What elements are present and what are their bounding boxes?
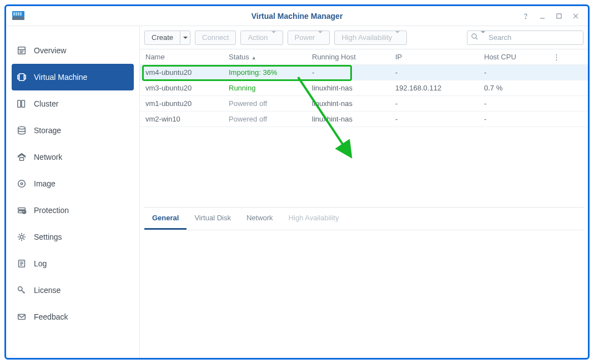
svg-rect-5 [20, 12, 22, 16]
cluster-icon [16, 98, 27, 109]
sidebar-item-virtual-machine[interactable]: Virtual Machine [12, 64, 134, 90]
log-icon [16, 258, 27, 269]
table-row[interactable]: vm4-ubuntu20 Importing: 36% - - - [140, 65, 588, 80]
sidebar: Overview Virtual Machine Cluster Storage… [6, 26, 139, 358]
tab-general[interactable]: General [144, 208, 187, 230]
cell-name: vm4-ubuntu20 [145, 68, 229, 77]
th-name[interactable]: Name [145, 53, 229, 61]
main-panel: Create Connect Action Power High Availab… [139, 26, 588, 358]
cell-host: linuxhint-nas [312, 115, 395, 123]
overview-icon [16, 45, 27, 56]
detail-tabs: General Virtual Disk Network High Availa… [144, 208, 583, 230]
search-input[interactable] [487, 33, 583, 42]
tab-high-availability[interactable]: High Availability [281, 208, 347, 230]
connect-button[interactable]: Connect [195, 31, 236, 45]
cell-name: vm1-ubuntu20 [145, 99, 229, 108]
network-icon [16, 151, 27, 163]
svg-point-23 [21, 183, 23, 185]
sidebar-item-label: Network [34, 153, 62, 161]
svg-rect-18 [18, 100, 21, 108]
sidebar-item-log[interactable]: Log [6, 250, 139, 277]
sidebar-item-storage[interactable]: Storage [6, 117, 139, 144]
chevron-down-icon [271, 33, 276, 42]
sidebar-item-settings[interactable]: Settings [6, 224, 139, 250]
chevron-down-icon[interactable] [180, 31, 190, 44]
sidebar-item-label: Virtual Machine [34, 73, 87, 82]
svg-rect-2 [13, 12, 15, 16]
storage-icon [16, 125, 27, 136]
tab-virtual-disk[interactable]: Virtual Disk [187, 208, 239, 230]
vm-table: Name Status▲ Running Host IP Host CPU ⋮ … [140, 49, 588, 127]
search-box[interactable] [467, 31, 583, 45]
content: Name Status▲ Running Host IP Host CPU ⋮ … [140, 49, 588, 358]
th-host-cpu[interactable]: Host CPU [484, 53, 551, 61]
svg-rect-19 [22, 100, 24, 108]
table-row[interactable]: vm3-ubuntu20 Running linuxhint-nas 192.1… [140, 80, 588, 96]
chevron-down-icon [318, 33, 323, 42]
chevron-down-icon [395, 33, 400, 42]
svg-rect-15 [19, 74, 24, 81]
sidebar-item-label: Image [34, 179, 56, 188]
svg-rect-8 [557, 14, 561, 18]
protection-icon [16, 205, 27, 216]
sidebar-item-label: Settings [34, 232, 62, 241]
cell-ip: 192.168.0.112 [395, 84, 484, 92]
sidebar-item-overview[interactable]: Overview [6, 37, 139, 64]
ha-label: High Availability [341, 33, 392, 42]
help-button[interactable] [518, 11, 533, 22]
cell-status: Powered off [229, 99, 312, 108]
maximize-button[interactable] [551, 11, 567, 22]
sidebar-item-label: Storage [34, 126, 61, 135]
svg-rect-17 [24, 75, 26, 79]
cell-host: - [312, 68, 395, 77]
search-icon [471, 33, 479, 42]
sidebar-item-label: Cluster [34, 99, 58, 108]
ha-button[interactable]: High Availability [334, 31, 407, 45]
sidebar-item-protection[interactable]: Protection [6, 197, 139, 224]
toolbar: Create Connect Action Power High Availab… [140, 26, 588, 49]
sidebar-item-cluster[interactable]: Cluster [6, 90, 139, 117]
chevron-down-icon[interactable] [481, 33, 485, 42]
power-button[interactable]: Power [288, 31, 330, 45]
svg-rect-11 [18, 47, 26, 54]
sidebar-item-image[interactable]: Image [6, 170, 139, 197]
action-label: Action [248, 33, 268, 42]
cell-status: Importing: 36% [229, 68, 312, 77]
sidebar-item-label: Log [34, 259, 47, 268]
th-status-label: Status [229, 53, 249, 61]
th-status[interactable]: Status▲ [229, 53, 312, 61]
minimize-button[interactable] [535, 11, 550, 22]
th-running-host[interactable]: Running Host [312, 53, 395, 61]
cell-cpu: 0.7 % [484, 84, 551, 92]
cell-cpu: - [484, 68, 551, 77]
cell-cpu: - [484, 99, 551, 108]
th-ip[interactable]: IP [395, 53, 484, 61]
sidebar-item-feedback[interactable]: Feedback [6, 304, 139, 330]
sidebar-item-label: License [34, 286, 61, 295]
cell-host: linuxhint-nas [312, 99, 395, 108]
sidebar-item-network[interactable]: Network [6, 144, 139, 170]
image-icon [16, 178, 27, 189]
close-button[interactable] [568, 11, 583, 22]
svg-rect-24 [18, 208, 26, 210]
svg-rect-1 [12, 17, 24, 20]
cell-ip: - [395, 68, 484, 77]
action-button[interactable]: Action [240, 31, 283, 45]
table-row[interactable]: vm1-ubuntu20 Powered off linuxhint-nas -… [140, 96, 588, 112]
table-row[interactable]: vm2-win10 Powered off linuxhint-nas - - [140, 112, 588, 127]
sidebar-item-license[interactable]: License [6, 277, 139, 304]
svg-line-35 [476, 38, 477, 39]
cell-cpu: - [484, 115, 551, 123]
sidebar-item-label: Overview [34, 46, 66, 55]
tab-network[interactable]: Network [239, 208, 281, 230]
cell-host: linuxhint-nas [312, 84, 395, 92]
window-title: Virtual Machine Manager [251, 12, 343, 21]
svg-rect-3 [16, 12, 17, 16]
svg-point-34 [472, 34, 476, 38]
th-more[interactable]: ⋮ [551, 53, 562, 61]
cell-ip: - [395, 99, 484, 108]
app-window: Virtual Machine Manager Overview Virtual… [4, 4, 590, 360]
create-button[interactable]: Create [144, 31, 190, 45]
cell-ip: - [395, 115, 484, 123]
app-icon [12, 11, 25, 22]
